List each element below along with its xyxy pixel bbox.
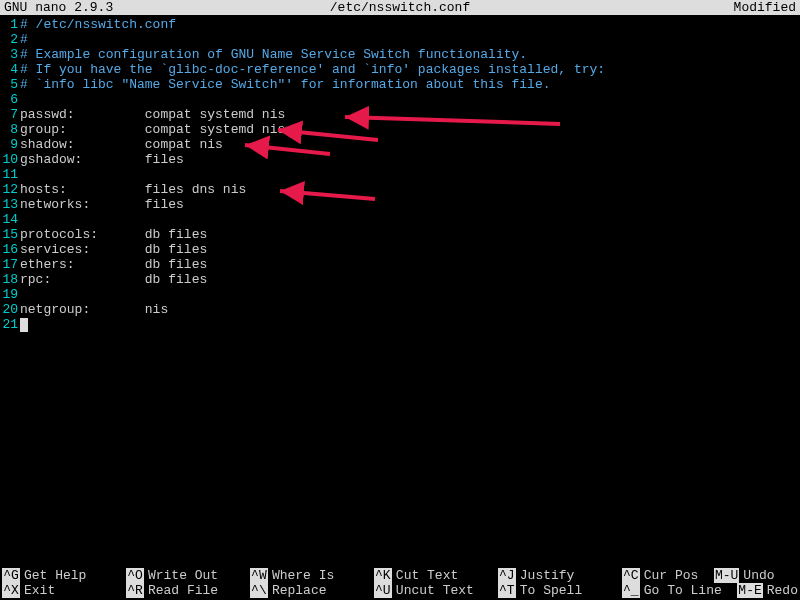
file-path: /etc/nsswitch.conf bbox=[330, 0, 470, 15]
shortcut-label: Uncut Text bbox=[396, 583, 474, 598]
code-line[interactable]: protocols: db files bbox=[20, 227, 800, 242]
cursor bbox=[20, 318, 28, 332]
code-line[interactable]: services: db files bbox=[20, 242, 800, 257]
shortcut-label: Get Help bbox=[24, 568, 86, 583]
shortcut-label: To Spell bbox=[520, 583, 582, 598]
code-line[interactable] bbox=[20, 212, 800, 227]
code-line[interactable] bbox=[20, 92, 800, 107]
line-number: 7 bbox=[0, 107, 18, 122]
shortcut-key: ^O bbox=[126, 568, 144, 583]
shortcut-key: M-U bbox=[714, 568, 739, 583]
shortcut-label: Cut Text bbox=[396, 568, 458, 583]
shortcut-replace[interactable]: ^\Replace bbox=[250, 583, 370, 598]
shortcut-key: ^K bbox=[374, 568, 392, 583]
line-number: 11 bbox=[0, 167, 18, 182]
line-number: 13 bbox=[0, 197, 18, 212]
code-line[interactable] bbox=[20, 317, 800, 332]
shortcut-key: ^X bbox=[2, 583, 20, 598]
code-line[interactable]: rpc: db files bbox=[20, 272, 800, 287]
shortcut-key: ^J bbox=[498, 568, 516, 583]
line-number: 5 bbox=[0, 77, 18, 92]
code-line[interactable]: networks: files bbox=[20, 197, 800, 212]
shortcut-key: ^G bbox=[2, 568, 20, 583]
line-number: 12 bbox=[0, 182, 18, 197]
line-number: 8 bbox=[0, 122, 18, 137]
shortcut-read-file[interactable]: ^RRead File bbox=[126, 583, 246, 598]
code-line[interactable]: # If you have the `glibc-doc-reference' … bbox=[20, 62, 800, 77]
line-number: 17 bbox=[0, 257, 18, 272]
shortcut-label: Where Is bbox=[272, 568, 334, 583]
file-content[interactable]: # /etc/nsswitch.conf## Example configura… bbox=[20, 17, 800, 332]
shortcut-label: Replace bbox=[272, 583, 327, 598]
title-bar: GNU nano 2.9.3 /etc/nsswitch.conf Modifi… bbox=[0, 0, 800, 15]
shortcut-label: Redo bbox=[767, 583, 798, 598]
code-line[interactable]: gshadow: files bbox=[20, 152, 800, 167]
shortcut-exit[interactable]: ^XExit bbox=[2, 583, 122, 598]
shortcut-get-help[interactable]: ^GGet Help bbox=[2, 568, 122, 583]
shortcut-justify[interactable]: ^JJustify bbox=[498, 568, 618, 583]
code-line[interactable]: hosts: files dns nis bbox=[20, 182, 800, 197]
modified-status: Modified bbox=[734, 0, 796, 15]
shortcut-label: Read File bbox=[148, 583, 218, 598]
code-line[interactable]: # /etc/nsswitch.conf bbox=[20, 17, 800, 32]
shortcut-label: Write Out bbox=[148, 568, 218, 583]
editor-area[interactable]: 123456789101112131415161718192021 # /etc… bbox=[0, 15, 800, 332]
code-line[interactable]: # bbox=[20, 32, 800, 47]
shortcut-key: ^W bbox=[250, 568, 268, 583]
line-number: 16 bbox=[0, 242, 18, 257]
line-number-gutter: 123456789101112131415161718192021 bbox=[0, 17, 20, 332]
shortcut-key: ^R bbox=[126, 583, 144, 598]
code-line[interactable]: ethers: db files bbox=[20, 257, 800, 272]
code-line[interactable]: passwd: compat systemd nis bbox=[20, 107, 800, 122]
line-number: 2 bbox=[0, 32, 18, 47]
code-line[interactable] bbox=[20, 287, 800, 302]
shortcut-label: Go To Line bbox=[644, 583, 722, 598]
shortcut-key: ^T bbox=[498, 583, 516, 598]
shortcut-key: ^C bbox=[622, 568, 640, 583]
line-number: 14 bbox=[0, 212, 18, 227]
shortcut-key: ^U bbox=[374, 583, 392, 598]
line-number: 20 bbox=[0, 302, 18, 317]
shortcut-to-spell[interactable]: ^TTo Spell bbox=[498, 583, 618, 598]
line-number: 10 bbox=[0, 152, 18, 167]
line-number: 15 bbox=[0, 227, 18, 242]
line-number: 21 bbox=[0, 317, 18, 332]
code-line[interactable]: group: compat systemd nis bbox=[20, 122, 800, 137]
line-number: 18 bbox=[0, 272, 18, 287]
shortcut-cur-pos[interactable]: ^CCur Pos M-UUndo bbox=[622, 568, 798, 583]
line-number: 4 bbox=[0, 62, 18, 77]
app-name: GNU nano 2.9.3 bbox=[4, 0, 113, 15]
shortcut-write-out[interactable]: ^OWrite Out bbox=[126, 568, 246, 583]
shortcut-cut-text[interactable]: ^KCut Text bbox=[374, 568, 494, 583]
code-line[interactable]: shadow: compat nis bbox=[20, 137, 800, 152]
code-line[interactable]: # Example configuration of GNU Name Serv… bbox=[20, 47, 800, 62]
shortcut-uncut-text[interactable]: ^UUncut Text bbox=[374, 583, 494, 598]
code-line[interactable]: netgroup: nis bbox=[20, 302, 800, 317]
line-number: 3 bbox=[0, 47, 18, 62]
line-number: 19 bbox=[0, 287, 18, 302]
shortcut-label: Exit bbox=[24, 583, 55, 598]
line-number: 9 bbox=[0, 137, 18, 152]
line-number: 1 bbox=[0, 17, 18, 32]
line-number: 6 bbox=[0, 92, 18, 107]
shortcut-where-is[interactable]: ^WWhere Is bbox=[250, 568, 370, 583]
code-line[interactable]: # `info libc "Name Service Switch"' for … bbox=[20, 77, 800, 92]
shortcut-key: ^\ bbox=[250, 583, 268, 598]
shortcut-key: M-E bbox=[737, 583, 762, 598]
shortcut-bar: ^GGet Help^OWrite Out^WWhere Is^KCut Tex… bbox=[0, 568, 800, 600]
shortcut-go-to-line[interactable]: ^_Go To Line M-ERedo bbox=[622, 583, 798, 598]
shortcut-label: Justify bbox=[520, 568, 575, 583]
code-line[interactable] bbox=[20, 167, 800, 182]
shortcut-label: Undo bbox=[743, 568, 774, 583]
shortcut-label: Cur Pos bbox=[644, 568, 699, 583]
shortcut-key: ^_ bbox=[622, 583, 640, 598]
